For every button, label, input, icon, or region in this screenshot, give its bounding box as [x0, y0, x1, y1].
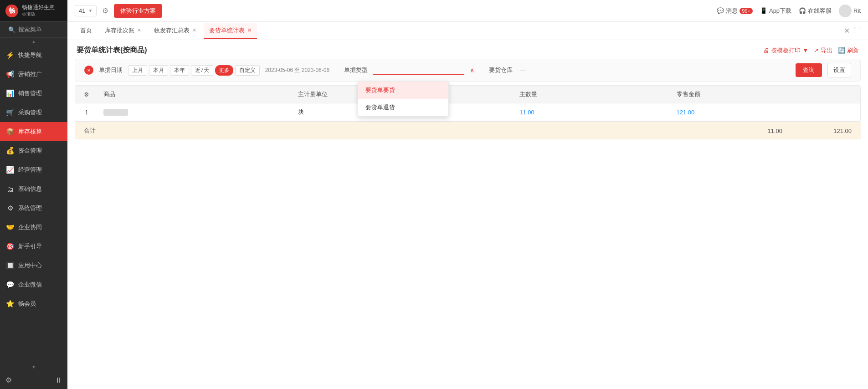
sidebar-icon-inventory: 📦	[5, 127, 15, 136]
warehouse-filter-label: 要货仓库	[489, 66, 513, 74]
date-custom-btn[interactable]: 自定义	[235, 65, 260, 76]
dropdown-item-order-goods[interactable]: 要货单要货	[358, 82, 448, 99]
tab-collect-summary[interactable]: 收发存汇总表✕	[149, 23, 202, 39]
footer-label: 合计	[84, 127, 111, 135]
messages-item[interactable]: 💬 消息 99+	[717, 7, 753, 15]
warehouse-filter-more-icon[interactable]: ···	[520, 66, 526, 74]
date-this-month-btn[interactable]: 本月	[149, 65, 168, 76]
company-arrow-icon: ▼	[88, 8, 92, 13]
app-icon: 📱	[760, 7, 767, 14]
date-prev-month-btn[interactable]: 上月	[128, 65, 147, 76]
dropdown-item-order-return[interactable]: 要货单退货	[358, 99, 448, 116]
print-arrow-icon: ▼	[802, 47, 808, 54]
close-tab-icon[interactable]: ✕	[844, 26, 850, 35]
tab-label-order-summary: 要货单统计表	[209, 26, 245, 35]
online-service-item[interactable]: 🎧 在线客服	[799, 7, 832, 15]
sidebar-item-purchase[interactable]: 🛒采购管理	[0, 103, 67, 122]
date-quick-buttons: 上月 本月 本年 近7天 更多 自定义	[128, 65, 260, 76]
sidebar-item-enterprise[interactable]: 🤝企业协同	[0, 218, 67, 237]
company-selector[interactable]: 41 ▼	[75, 5, 97, 16]
collapse-icon[interactable]: ⏸	[55, 376, 62, 384]
sidebar-item-wechat[interactable]: 💬企业微信	[0, 275, 67, 294]
sidebar-scroll-up[interactable]: ▲	[0, 38, 67, 46]
cell-quantity: 11.00	[514, 103, 671, 121]
date-range-display: 2023-05-06 至 2023-06-06	[265, 67, 329, 74]
export-icon: ↗	[814, 47, 819, 54]
content-area: 要货单统计表(按商品) 🖨 按模板打印 ▼ ↗ 导出 🔄 刷新 »	[67, 40, 868, 389]
sidebar-icon-finance: 💰	[5, 146, 15, 155]
tabs-actions: ✕ ⛶	[844, 26, 861, 35]
header-gear-icon[interactable]: ⚙	[102, 6, 108, 15]
header-left: 41 ▼ ⚙ 体验行业方案	[75, 4, 162, 18]
query-button[interactable]: 查询	[796, 63, 822, 77]
print-button[interactable]: 🖨 按模板打印 ▼	[763, 46, 808, 55]
sidebar-item-operation[interactable]: 📈经营管理	[0, 160, 67, 179]
expand-tab-icon[interactable]: ⛶	[853, 26, 861, 35]
date-filter-label: 单据日期	[99, 66, 123, 74]
filter-bar: » 单据日期 上月 本月 本年 近7天 更多 自定义 2023-05-06 至 …	[75, 59, 861, 82]
trial-button[interactable]: 体验行业方案	[114, 4, 162, 18]
search-menu-item[interactable]: 🔍 搜索菜单	[0, 22, 67, 38]
sidebar-icon-wechat: 💬	[5, 280, 15, 289]
date-more-btn[interactable]: 更多	[215, 65, 233, 76]
sidebar-label-quick-nav: 快捷导航	[18, 51, 42, 59]
user-avatar-item[interactable]: Rit	[839, 5, 861, 17]
type-filter-input[interactable]	[373, 66, 464, 75]
header-right: 💬 消息 99+ 📱 App下载 🎧 在线客服 Rit	[717, 5, 861, 17]
sidebar-item-basic[interactable]: 🗂基础信息	[0, 179, 67, 199]
close-tab-batch-account[interactable]: ✕	[137, 27, 141, 33]
sidebar-icon-operation: 📈	[5, 165, 15, 174]
footer-quantity: 11.00	[728, 128, 782, 134]
main-content: 41 ▼ ⚙ 体验行业方案 💬 消息 99+ 📱 App下载 🎧 在线客服	[67, 0, 868, 389]
th-settings[interactable]: ⚙	[75, 86, 98, 103]
sidebar-icon-marketing: 📢	[5, 70, 15, 79]
export-button[interactable]: ↗ 导出	[814, 46, 832, 55]
sidebar-label-purchase: 采购管理	[18, 108, 42, 117]
app-download-item[interactable]: 📱 App下载	[760, 7, 791, 15]
table-footer: 合计 11.00 121.00	[75, 122, 861, 139]
online-service-label: 在线客服	[808, 7, 832, 15]
filter-expand-button[interactable]: »	[84, 66, 93, 75]
refresh-button[interactable]: 🔄 刷新	[838, 46, 859, 55]
date-this-year-btn[interactable]: 本年	[170, 65, 189, 76]
cell-num: 1	[75, 103, 98, 121]
sidebar-item-inventory[interactable]: 📦库存核算	[0, 122, 67, 141]
sidebar-item-sales[interactable]: 📊销售管理	[0, 84, 67, 103]
sidebar-item-marketing[interactable]: 📢营销推广	[0, 65, 67, 84]
tabs-bar: 首页库存批次账✕收发存汇总表✕要货单统计表✕ ✕ ⛶	[67, 22, 868, 40]
sidebar-icon-apps: 🔲	[5, 261, 15, 270]
sidebar-label-basic: 基础信息	[18, 185, 42, 193]
date-last-7days-btn[interactable]: 近7天	[191, 65, 213, 76]
close-tab-order-summary[interactable]: ✕	[247, 27, 252, 33]
sidebar-icon-basic: 🗂	[5, 184, 15, 194]
refresh-label: 刷新	[847, 46, 859, 55]
sidebar-icon-purchase: 🛒	[5, 108, 15, 117]
tab-home[interactable]: 首页	[75, 23, 98, 39]
set-button[interactable]: 设置	[827, 63, 851, 77]
sidebar-scroll-down[interactable]: ▼	[0, 363, 67, 371]
page-title-bar: 要货单统计表(按商品) 🖨 按模板打印 ▼ ↗ 导出 🔄 刷新	[67, 40, 868, 59]
close-tab-collect-summary[interactable]: ✕	[192, 27, 196, 33]
sidebar-item-quick-nav[interactable]: ⚡快捷导航	[0, 46, 67, 65]
sidebar-icon-system: ⚙	[5, 204, 15, 213]
tab-label-home: 首页	[80, 26, 92, 35]
type-filter-arrow-icon[interactable]: ∧	[470, 67, 474, 74]
table-settings-icon[interactable]: ⚙	[84, 91, 89, 98]
sidebar-label-finance: 资金管理	[18, 147, 42, 155]
sidebar-item-finance[interactable]: 💰资金管理	[0, 141, 67, 160]
sidebar-item-guide[interactable]: 🎯新手引导	[0, 237, 67, 256]
data-table-container: ⚙ 商品 主计量单位 主数量 零售金额 1 █████ 块 11.00 121.…	[75, 85, 861, 122]
sidebar-item-apps[interactable]: 🔲应用中心	[0, 256, 67, 275]
search-icon: 🔍	[8, 26, 15, 33]
sidebar-icon-quick-nav: ⚡	[5, 51, 15, 60]
print-label: 按模板打印	[771, 46, 801, 55]
refresh-icon: 🔄	[838, 47, 845, 54]
table-row: 1 █████ 块 11.00 121.00	[75, 103, 860, 121]
sidebar-label-guide: 新手引导	[18, 242, 42, 251]
tab-order-summary[interactable]: 要货单统计表✕	[204, 23, 257, 39]
settings-icon[interactable]: ⚙	[5, 376, 12, 384]
tab-batch-account[interactable]: 库存批次账✕	[99, 23, 147, 39]
sidebar-item-member[interactable]: ⭐畅会员	[0, 294, 67, 313]
sidebar-logo: 畅 畅捷通好生意 标准版	[0, 0, 67, 22]
sidebar-item-system[interactable]: ⚙系统管理	[0, 199, 67, 218]
